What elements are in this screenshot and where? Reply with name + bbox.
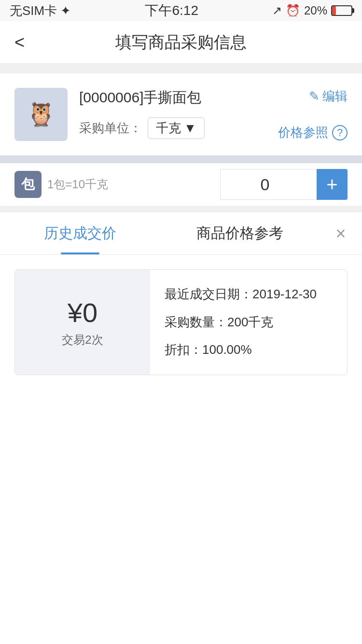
help-icon: ? xyxy=(332,125,348,140)
status-left: 无SIM卡 ✦ xyxy=(10,2,71,19)
dropdown-icon: ▼ xyxy=(184,121,196,136)
location-icon: ↗ xyxy=(272,4,282,17)
purchase-qty-value: 200千克 xyxy=(227,315,273,329)
battery-percent: 20% xyxy=(304,4,327,17)
edit-button[interactable]: ✎ 编辑 xyxy=(309,88,348,105)
battery-icon xyxy=(331,5,352,16)
price-details: 最近成交日期：2019-12-30 采购数量：200千克 折扣：100.00% xyxy=(150,270,347,375)
main-content-bg xyxy=(0,390,362,644)
discount-value: 100.00% xyxy=(202,342,252,357)
edit-icon: ✎ xyxy=(309,89,320,104)
price-card: ¥0 交易2次 最近成交日期：2019-12-30 采购数量：200千克 折扣：… xyxy=(14,269,348,375)
status-bar: 无SIM卡 ✦ 下午6:12 ↗ ⏰ 20% xyxy=(0,0,362,21)
price-number: 0 xyxy=(83,297,97,328)
quantity-input[interactable] xyxy=(220,169,317,200)
tab-historical-label: 历史成交价 xyxy=(44,224,116,243)
tabs-header: 历史成交价 商品价格参考 × xyxy=(0,212,362,255)
product-name: [0000006]手撕面包 xyxy=(79,88,348,108)
price-reference-button[interactable]: 价格参照 ? xyxy=(278,124,348,141)
product-image: 🦉 xyxy=(14,88,68,141)
discount-label: 折扣： xyxy=(165,342,202,357)
unit-select[interactable]: 千克 ▼ xyxy=(148,117,205,139)
price-ref-label: 价格参照 xyxy=(278,124,328,141)
tab-active-indicator xyxy=(61,252,99,254)
price-summary: ¥0 交易2次 xyxy=(15,270,150,375)
tab-historical-price[interactable]: 历史成交价 xyxy=(0,212,160,254)
alarm-icon: ⏰ xyxy=(286,4,300,17)
carrier-text: 无SIM卡 ✦ xyxy=(10,2,71,19)
purchase-unit-label: 采购单位： xyxy=(79,120,142,137)
currency-symbol: ¥ xyxy=(68,297,83,328)
page-title: 填写商品采购信息 xyxy=(115,31,247,54)
quantity-unit-box: 包 xyxy=(14,171,42,198)
back-button[interactable]: < xyxy=(14,32,43,53)
section-divider xyxy=(0,155,362,163)
quantity-input-group[interactable]: + xyxy=(220,169,348,200)
status-right: ↗ ⏰ 20% xyxy=(272,4,352,17)
product-card: 🦉 [0000006]手撕面包 采购单位： 千克 ▼ ✎ 编辑 价格参照 ? xyxy=(0,73,362,155)
unit-value: 千克 xyxy=(156,120,181,137)
tabs-close-button[interactable]: × xyxy=(320,212,362,255)
recent-date-value: 2019-12-30 xyxy=(252,287,317,301)
tab-product-price-reference[interactable]: 商品价格参考 xyxy=(160,212,320,254)
quantity-conversion: 1包=10千克 xyxy=(47,177,108,192)
recent-date-label: 最近成交日期： xyxy=(165,287,252,301)
tab-product-label: 商品价格参考 xyxy=(196,224,283,243)
recent-date-row: 最近成交日期：2019-12-30 xyxy=(165,284,333,305)
quantity-row: 包 1包=10千克 + xyxy=(0,163,362,206)
tabs-container: 历史成交价 商品价格参考 × ¥0 交易2次 最近成交日期：2019-12-30… xyxy=(0,212,362,644)
product-logo-icon: 🦉 xyxy=(27,101,56,128)
purchase-qty-label: 采购数量： xyxy=(165,315,227,329)
discount-row: 折扣：100.00% xyxy=(165,340,333,360)
quantity-label: 包 1包=10千克 xyxy=(14,171,108,198)
price-value-display: ¥0 xyxy=(68,297,97,328)
transaction-count: 交易2次 xyxy=(62,332,103,348)
edit-label: 编辑 xyxy=(322,88,348,105)
purchase-qty-row: 采购数量：200千克 xyxy=(165,312,333,333)
status-time: 下午6:12 xyxy=(145,1,198,20)
page-header: < 填写商品采购信息 xyxy=(0,21,362,64)
quantity-plus-button[interactable]: + xyxy=(317,169,348,200)
